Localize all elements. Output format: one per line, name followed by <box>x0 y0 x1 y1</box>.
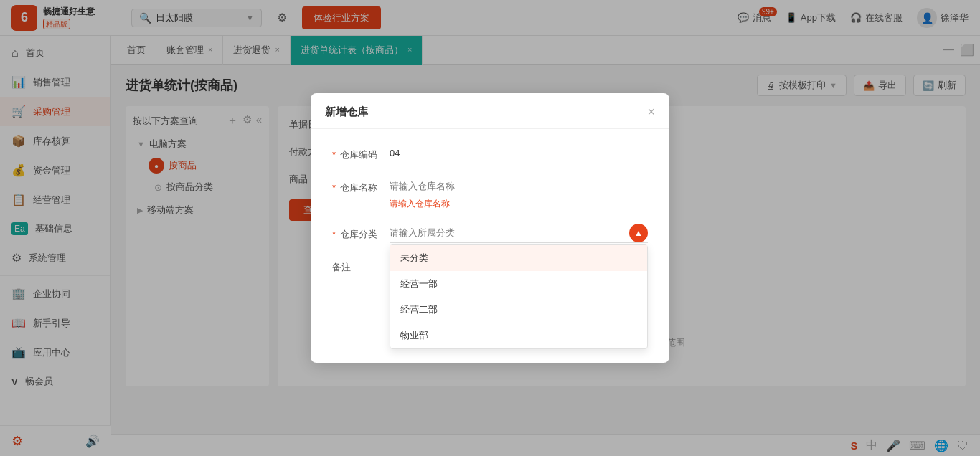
dropdown-item-dept1[interactable]: 经营一部 <box>390 271 647 297</box>
name-label-text: 仓库名称 <box>340 182 377 193</box>
name-field: 请输入仓库名称 <box>390 176 648 210</box>
dropdown-item-dept2[interactable]: 经营二部 <box>390 297 647 323</box>
code-field-label: * 仓库编码 <box>332 143 390 161</box>
form-row-name: * 仓库名称 请输入仓库名称 <box>332 176 648 210</box>
warehouse-code-input[interactable] <box>390 143 648 163</box>
notes-field-label: 备注 <box>332 256 390 274</box>
category-dropdown: 未分类 经营一部 经营二部 物业部 <box>390 244 648 349</box>
modal-title: 新增仓库 <box>325 105 368 119</box>
category-input[interactable] <box>390 223 648 243</box>
modal-close-button[interactable]: × <box>647 105 655 120</box>
dropdown-item-dept3[interactable]: 物业部 <box>390 323 647 348</box>
category-field-label: * 仓库分类 <box>332 223 390 241</box>
modal-overlay: 新增仓库 × * 仓库编码 * 仓库名称 <box>0 0 980 456</box>
notes-label-text: 备注 <box>332 262 351 272</box>
code-field <box>390 143 648 163</box>
dropdown-item-uncategorized[interactable]: 未分类 <box>390 245 647 271</box>
category-select-wrap: ▲ <box>390 223 648 243</box>
category-dropdown-toggle[interactable]: ▲ <box>629 224 648 242</box>
name-field-label: * 仓库名称 <box>332 176 390 194</box>
new-warehouse-modal: 新增仓库 × * 仓库编码 * 仓库名称 <box>311 93 669 363</box>
modal-header: 新增仓库 × <box>311 93 669 129</box>
name-error-message: 请输入仓库名称 <box>390 198 648 210</box>
category-field: ▲ 未分类 经营一部 经营二部 物业部 <box>390 223 648 243</box>
form-row-category: * 仓库分类 ▲ 未分类 经营一部 经营二部 物业部 <box>332 223 648 243</box>
warehouse-name-input[interactable] <box>390 176 648 196</box>
category-label-text: 仓库分类 <box>340 229 377 239</box>
modal-body: * 仓库编码 * 仓库名称 请输入仓库名称 <box>311 129 669 314</box>
form-row-code: * 仓库编码 <box>332 143 648 163</box>
required-star-code: * <box>332 149 336 160</box>
code-label-text: 仓库编码 <box>340 149 377 160</box>
required-star-category: * <box>332 229 336 239</box>
required-star-name: * <box>332 182 336 193</box>
